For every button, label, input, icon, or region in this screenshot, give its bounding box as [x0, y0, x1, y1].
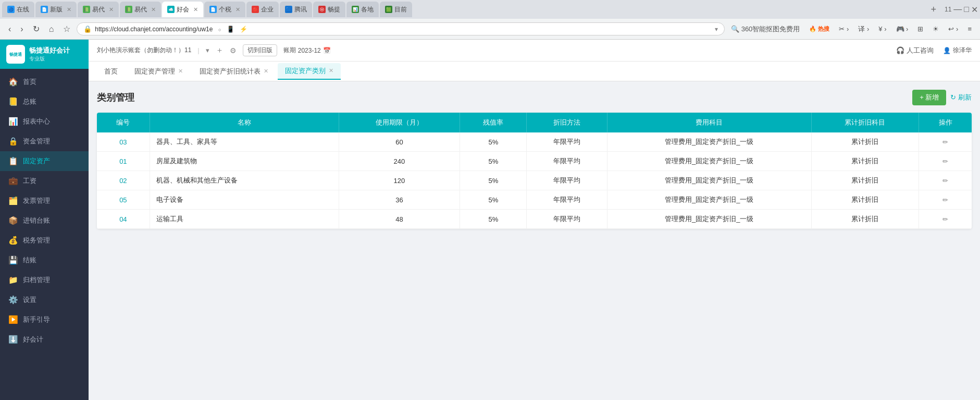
sidebar-item-more[interactable]: ⬇️好会计: [0, 330, 89, 349]
browser-tab-tab1[interactable]: 🔵在线: [2, 2, 34, 17]
table-body: 03器具、工具、家具等605%年限平均管理费用_固定资产折旧_一级累计折旧✏01…: [97, 132, 972, 229]
close-window-icon[interactable]: ✕: [971, 5, 978, 15]
site-info-icon[interactable]: ⬦: [218, 26, 221, 33]
device-icon[interactable]: 📱: [227, 26, 234, 33]
sidebar-brand: 畅捷通好会计 专业版: [29, 46, 70, 63]
sidebar-item-invoice[interactable]: 🗂️发票管理: [0, 191, 89, 211]
version-switch-button[interactable]: 切到旧版: [243, 44, 277, 56]
user-menu-arrow[interactable]: ▾: [206, 46, 209, 54]
minimize-icon[interactable]: —: [953, 5, 962, 14]
row-name-3: 电子设备: [150, 190, 339, 210]
edit-icon-0[interactable]: ✏: [942, 138, 948, 146]
page-tab-close-fixed-mgmt[interactable]: ✕: [178, 68, 183, 75]
sidebar-item-tax[interactable]: 💰税务管理: [0, 231, 89, 250]
page-tab-close-fixed-dep[interactable]: ✕: [264, 68, 268, 75]
undo-button[interactable]: ↩ ›: [945, 23, 961, 34]
sidebar-item-ledger[interactable]: 📒总账: [0, 92, 89, 112]
row-edit-1[interactable]: ✏: [919, 152, 972, 171]
sidebar-item-purchase[interactable]: 📦进销台账: [0, 211, 89, 231]
browser-tab-tab8[interactable]: 🟦腾讯: [280, 2, 312, 17]
edit-icon-1[interactable]: ✏: [942, 157, 948, 165]
translate-button[interactable]: 译 ›: [855, 23, 872, 35]
sidebar-item-salary[interactable]: 💼工资: [0, 171, 89, 191]
customer-service-button[interactable]: 🎧 人工咨询: [893, 44, 937, 57]
sidebar-item-settings[interactable]: ⚙️设置: [0, 290, 89, 310]
table-header-6: 累计折旧科目: [811, 113, 919, 132]
tab-close-tab2[interactable]: ✕: [67, 6, 71, 13]
sidebar-item-guide[interactable]: ▶️新手引导: [0, 310, 89, 330]
sidebar-item-archive[interactable]: 📁归档管理: [0, 270, 89, 290]
hot-search-button[interactable]: 🔥 热搜: [806, 23, 833, 34]
browser-tab-tab5[interactable]: ☁️好会✕: [162, 2, 203, 17]
wallet-button[interactable]: ¥ ›: [875, 23, 889, 34]
new-tab-button[interactable]: +: [927, 4, 939, 15]
tab-close-tab6[interactable]: ✕: [235, 6, 240, 13]
tab-close-tab5[interactable]: ✕: [193, 6, 198, 13]
tab-label-tab9: 畅提: [328, 5, 340, 14]
row-expense-0: 管理费用_固定资产折旧_一级: [607, 132, 811, 152]
sidebar-logo: 畅捷通: [6, 45, 25, 64]
browser-tab-tab3[interactable]: 📗易代✕: [78, 2, 119, 17]
home-button[interactable]: ⌂: [46, 22, 57, 36]
row-edit-3[interactable]: ✏: [919, 190, 972, 210]
reload-button[interactable]: ↻: [30, 22, 43, 36]
browser-tab-tab9[interactable]: Ⓜ畅提: [313, 2, 345, 17]
row-depreciation-4: 累计折旧: [811, 210, 919, 229]
search-input[interactable]: 🔍 360智能抠图免费用: [728, 23, 803, 35]
row-residual-1: 5%: [460, 152, 527, 171]
row-edit-2[interactable]: ✏: [919, 171, 972, 190]
row-residual-3: 5%: [460, 190, 527, 210]
sidebar-menu: 🏠首页📒总账📊报表中心🔒资金管理📋固定资产💼工资🗂️发票管理📦进销台账💰税务管理…: [0, 69, 89, 400]
edit-icon-4[interactable]: ✏: [942, 215, 948, 223]
period-label: 账期: [283, 46, 296, 55]
settings-top-button[interactable]: ⚙: [230, 46, 237, 55]
row-period-3: 36: [339, 190, 460, 210]
row-edit-0[interactable]: ✏: [919, 132, 972, 152]
sidebar-icon-fund: 🔒: [8, 137, 18, 146]
maximize-icon[interactable]: □: [964, 5, 969, 14]
calendar-icon[interactable]: 📅: [323, 47, 331, 54]
add-category-button[interactable]: + 新增: [912, 90, 946, 105]
page-tab-close-fixed-cat[interactable]: ✕: [329, 67, 333, 74]
back-button[interactable]: ‹: [5, 22, 14, 36]
browser-tab-tab10[interactable]: 📊各地: [346, 2, 379, 17]
page-tab-fixed-mgmt[interactable]: 固定资产管理✕: [127, 64, 190, 79]
browser-tab-tab2[interactable]: 📄新版✕: [35, 2, 77, 17]
page-tab-fixed-dep[interactable]: 固定资产折旧统计表✕: [192, 64, 276, 79]
sidebar-item-home[interactable]: 🏠首页: [0, 72, 89, 92]
brightness-button[interactable]: ☀: [929, 23, 942, 34]
forward-button[interactable]: ›: [17, 22, 26, 36]
sidebar-icon-purchase: 📦: [8, 216, 18, 225]
browser-tab-tab11[interactable]: 🟩目前: [380, 2, 412, 17]
edit-icon-3[interactable]: ✏: [942, 196, 948, 204]
sidebar-item-fund[interactable]: 🔒资金管理: [0, 131, 89, 151]
dropdown-icon[interactable]: ▾: [715, 26, 718, 33]
sidebar-icon-home: 🏠: [8, 77, 18, 87]
browser-tab-tab4[interactable]: 📗易代✕: [120, 2, 161, 17]
sidebar-item-report[interactable]: 📊报表中心: [0, 112, 89, 131]
sidebar-subtitle: 专业版: [29, 55, 70, 63]
grid-button[interactable]: ⊞: [914, 23, 926, 34]
tab-close-tab3[interactable]: ✕: [109, 6, 114, 13]
edit-icon-2[interactable]: ✏: [942, 177, 948, 185]
sidebar-item-checkout[interactable]: 💾结账: [0, 250, 89, 270]
sidebar-item-fixed[interactable]: 📋固定资产: [0, 151, 89, 171]
add-account-button[interactable]: ＋: [216, 45, 224, 55]
table-header-2: 使用期限（月）: [339, 113, 460, 132]
menu-button[interactable]: ≡: [964, 23, 975, 34]
row-code-1: 01: [97, 152, 150, 171]
games-button[interactable]: 🎮 ›: [893, 23, 912, 34]
tab-close-tab4[interactable]: ✕: [151, 6, 156, 13]
browser-tab-tab6[interactable]: 📄个税✕: [204, 2, 245, 17]
browser-tab-tab7[interactable]: 🔴企业: [246, 2, 279, 17]
lightning-icon[interactable]: ⚡: [240, 26, 247, 33]
bookmark-button[interactable]: ☆: [60, 22, 73, 36]
row-depreciation-3: 累计折旧: [811, 190, 919, 210]
row-edit-4[interactable]: ✏: [919, 210, 972, 229]
refresh-button[interactable]: ↻ 刷新: [950, 90, 972, 105]
page-tab-home[interactable]: 首页: [97, 64, 125, 79]
row-code-2: 02: [97, 171, 150, 190]
cut-button[interactable]: ✂ ›: [836, 23, 852, 34]
tab-favicon-tab5: ☁️: [167, 6, 175, 13]
page-tab-fixed-cat[interactable]: 固定资产类别✕: [278, 63, 341, 80]
